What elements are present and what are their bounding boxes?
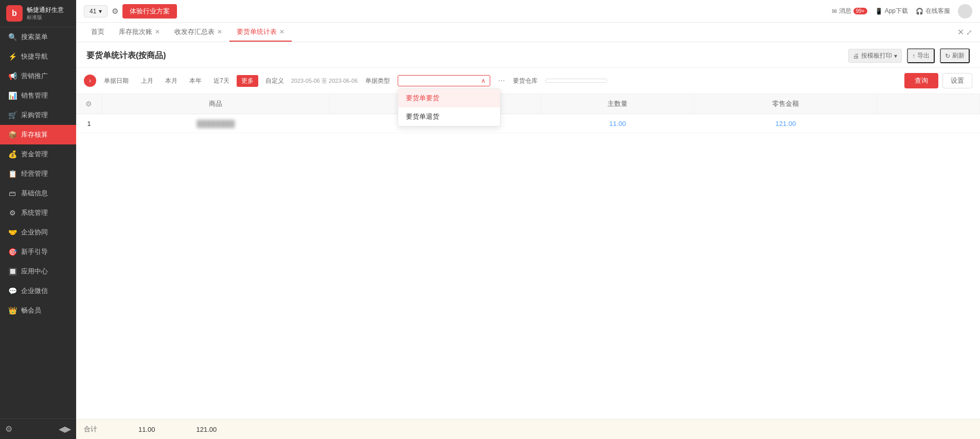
col-header-quantity: 主数量 <box>541 94 694 114</box>
sidebar-item-operations[interactable]: 📋 经营管理 <box>0 164 76 184</box>
table-container: ⚙ 商品 主计量单位 主数量 零售金额 1 ████████ 块 <box>76 94 980 419</box>
marketing-icon: 📢 <box>8 72 17 80</box>
sidebar-item-collaboration[interactable]: 🤝 企业协同 <box>0 223 76 242</box>
collapse-sidebar-icon[interactable]: ◀▶ <box>59 424 71 434</box>
date-pill-more[interactable]: 更多 <box>237 75 258 87</box>
online-service-btn[interactable]: 🎧 在线客服 <box>916 7 950 15</box>
filter-more-icon[interactable]: ··· <box>498 76 505 85</box>
sidebar-nav: 🔍 搜索菜单 ⚡ 快捷导航 📢 营销推广 📊 销售管理 🛒 采购管理 📦 库存核… <box>0 27 76 418</box>
nav-item-label: 库存核算 <box>21 130 48 139</box>
refresh-label: 刷新 <box>952 51 965 60</box>
sidebar-item-quick-nav[interactable]: ⚡ 快捷导航 <box>0 47 76 66</box>
sidebar-item-sales[interactable]: 📊 销售管理 <box>0 86 76 105</box>
service-icon: 🎧 <box>916 8 923 15</box>
company-selector[interactable]: 41 ▾ <box>84 5 108 17</box>
page-title: 要货单统计表(按商品) <box>86 50 166 61</box>
settings-bottom-icon[interactable]: ⚙ <box>5 424 12 434</box>
sidebar-item-finance[interactable]: 💰 资金管理 <box>0 144 76 164</box>
tab-receipt-summary-label: 收发存汇总表 <box>174 27 215 36</box>
messages-label: 消息 <box>839 7 851 15</box>
tab-inventory-batch[interactable]: 库存批次账 ✕ <box>112 23 167 42</box>
user-avatar[interactable] <box>958 4 972 19</box>
collaboration-icon: 🤝 <box>8 228 17 236</box>
print-btn[interactable]: 🖨 按模板打印 ▾ <box>848 49 902 63</box>
industry-btn[interactable]: 体验行业方案 <box>122 4 177 19</box>
nav-item-label: 新手引导 <box>21 247 48 257</box>
sidebar-item-search[interactable]: 🔍 搜索菜单 <box>0 27 76 47</box>
online-service-label: 在线客服 <box>925 7 950 15</box>
nav-item-label: 企业协同 <box>21 228 48 237</box>
type-select[interactable]: ∧ <box>398 75 490 86</box>
app-download-label: App下载 <box>885 7 908 15</box>
weixin-icon: 💬 <box>8 287 17 295</box>
nav-item-label: 应用中心 <box>21 267 48 276</box>
footer-label: 合计 <box>84 425 97 434</box>
col-header-amount: 零售金额 <box>694 94 877 114</box>
sidebar-item-system[interactable]: ⚙ 系统管理 <box>0 203 76 223</box>
date-pill-this-month[interactable]: 本月 <box>161 75 182 87</box>
warehouse-label: 要货仓库 <box>513 77 538 85</box>
purchase-icon: 🛒 <box>8 111 17 119</box>
nav-item-label: 企业微信 <box>21 286 48 296</box>
app-logo-icon: b <box>6 5 23 22</box>
topbar-gear-icon[interactable]: ⚙ <box>112 7 118 16</box>
table-settings-icon[interactable]: ⚙ <box>85 100 92 108</box>
messages-btn[interactable]: ✉ 消息 99+ <box>832 7 867 15</box>
sidebar: b 畅捷通好生意 标准版 🔍 搜索菜单 ⚡ 快捷导航 📢 营销推广 📊 销售管理… <box>0 0 76 439</box>
col-header-product: 商品 <box>102 94 330 114</box>
export-label: 导出 <box>917 51 930 60</box>
tab-home[interactable]: 首页 <box>84 23 112 42</box>
sidebar-bottom: ⚙ ◀▶ <box>0 418 76 439</box>
nav-item-label: 快捷导航 <box>21 52 48 61</box>
members-icon: 👑 <box>8 306 17 315</box>
sidebar-item-inventory[interactable]: 📦 库存核算 <box>0 125 76 144</box>
refresh-btn[interactable]: ↻ 刷新 <box>940 48 970 63</box>
date-custom[interactable]: 自定义 <box>261 75 289 87</box>
date-pill-last-month[interactable]: 上月 <box>136 75 158 87</box>
nav-item-label: 采购管理 <box>21 111 48 120</box>
sidebar-item-basic-info[interactable]: 🗃 基础信息 <box>0 184 76 203</box>
col-header-extra <box>877 94 980 114</box>
warehouse-input[interactable] <box>545 79 607 83</box>
main-area: 41 ▾ ⚙ 体验行业方案 ✉ 消息 99+ 📱 App下载 🎧 在线客服 <box>76 0 980 439</box>
type-label: 单据类型 <box>365 77 390 85</box>
date-pill-this-year[interactable]: 本年 <box>185 75 206 87</box>
amount-link[interactable]: 121.00 <box>775 120 796 127</box>
sidebar-item-marketing[interactable]: 📢 营销推广 <box>0 66 76 86</box>
date-range-display: 2023-05-06 至 2023-06-06 <box>291 77 358 85</box>
tab-receipt-summary-close[interactable]: ✕ <box>217 28 222 35</box>
nav-item-label: 资金管理 <box>21 150 48 159</box>
sidebar-item-members[interactable]: 👑 畅会员 <box>0 301 76 320</box>
expand-tabs-icon[interactable]: ⤢ <box>966 28 972 36</box>
tab-order-stats-label: 要货单统计表 <box>237 27 277 36</box>
quantity-link[interactable]: 11.00 <box>609 120 626 127</box>
sidebar-item-tutorial[interactable]: 🎯 新手引导 <box>0 242 76 262</box>
sidebar-item-purchase[interactable]: 🛒 采购管理 <box>0 105 76 125</box>
quick-nav-icon: ⚡ <box>8 52 17 61</box>
dropdown-item-return-goods[interactable]: 要货单退货 <box>398 107 500 126</box>
close-all-tabs-icon[interactable]: ✕ <box>957 27 964 37</box>
export-icon: ↑ <box>912 52 915 60</box>
filter-expand-btn[interactable]: › <box>84 75 96 87</box>
table-row: 1 ████████ 块 11.00 121.00 <box>76 114 980 133</box>
sales-icon: 📊 <box>8 92 17 100</box>
app-download-btn[interactable]: 📱 App下载 <box>875 7 908 15</box>
chevron-up-icon: ∧ <box>481 77 486 84</box>
tab-inventory-batch-close[interactable]: ✕ <box>155 28 160 35</box>
type-dropdown: 要货单要货 要货单退货 <box>398 88 501 126</box>
sidebar-item-weixin[interactable]: 💬 企业微信 <box>0 281 76 301</box>
tab-inventory-batch-label: 库存批次账 <box>119 27 152 36</box>
tab-order-stats[interactable]: 要货单统计表 ✕ <box>229 23 292 42</box>
dropdown-item-order-goods[interactable]: 要货单要货 <box>398 89 500 107</box>
tab-receipt-summary[interactable]: 收发存汇总表 ✕ <box>167 23 229 42</box>
refresh-icon: ↻ <box>945 52 950 60</box>
footer-amount: 121.00 <box>197 426 217 433</box>
query-btn[interactable]: 查询 <box>904 73 938 88</box>
export-btn[interactable]: ↑ 导出 <box>907 48 935 63</box>
date-pill-7days[interactable]: 近7天 <box>209 75 234 87</box>
settings-btn[interactable]: 设置 <box>942 73 972 88</box>
tab-order-stats-close[interactable]: ✕ <box>279 28 284 35</box>
sidebar-item-app-center[interactable]: 🔲 应用中心 <box>0 262 76 281</box>
nav-item-label: 营销推广 <box>21 71 48 81</box>
filter-actions: 查询 设置 <box>904 73 972 88</box>
